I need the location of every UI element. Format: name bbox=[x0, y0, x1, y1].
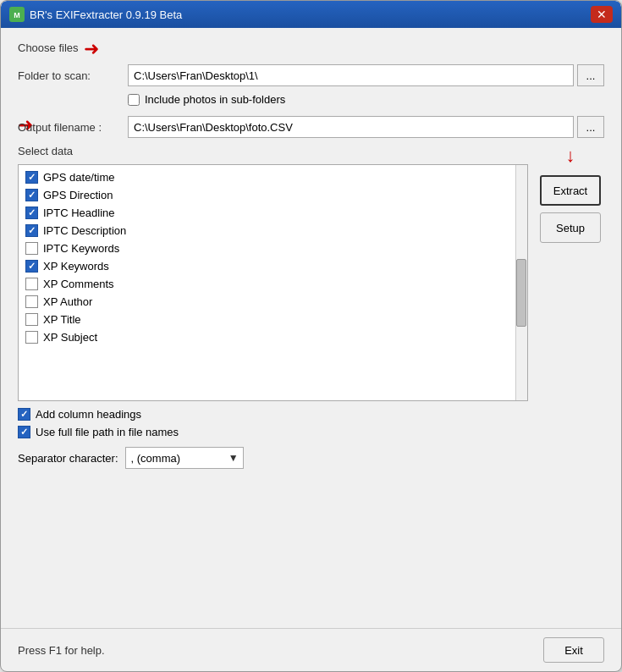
arrow-choose-icon: ➜ bbox=[84, 38, 99, 60]
main-window: M BR's EXIFextracter 0.9.19 Beta ✕ Choos… bbox=[0, 0, 622, 672]
item-label-xp-author: XP Author bbox=[43, 295, 92, 308]
separator-select-wrapper: , (comma) ; (semicolon) tab ▼ bbox=[125, 447, 244, 469]
separator-label: Separator character: bbox=[18, 452, 118, 465]
choose-files-label: Choose files bbox=[18, 41, 79, 54]
checkbox-gps-direction[interactable] bbox=[25, 189, 38, 201]
folder-input[interactable] bbox=[128, 64, 574, 86]
item-label-xp-title: XP Title bbox=[43, 313, 81, 326]
help-text: Press F1 for help. bbox=[18, 644, 105, 657]
separator-select[interactable]: , (comma) ; (semicolon) tab bbox=[125, 447, 244, 469]
checkbox-xp-keywords[interactable] bbox=[25, 260, 38, 273]
checkbox-gps-datetime[interactable] bbox=[25, 171, 38, 184]
separator-row: Separator character: , (comma) ; (semico… bbox=[18, 447, 528, 469]
list-item[interactable]: GPS date/time bbox=[19, 168, 527, 186]
list-item[interactable]: GPS Direction bbox=[19, 186, 527, 204]
add-columns-label: Add column headings bbox=[36, 408, 141, 421]
item-label-gps-datetime: GPS date/time bbox=[43, 171, 115, 184]
item-label-iptc-keywords: IPTC Keywords bbox=[43, 242, 119, 255]
extract-button[interactable]: Extract bbox=[540, 175, 601, 206]
subfolder-checkbox[interactable] bbox=[128, 94, 140, 106]
checkbox-add-columns[interactable] bbox=[18, 408, 30, 421]
options-area: Add column headings Use full file path i… bbox=[18, 408, 528, 469]
list-item[interactable]: XP Title bbox=[19, 311, 527, 328]
list-item[interactable]: IPTC Description bbox=[19, 222, 527, 240]
arrow-extract-icon: ↓ bbox=[566, 145, 575, 167]
select-data-label: Select data bbox=[18, 145, 73, 157]
item-label-xp-keywords: XP Keywords bbox=[43, 260, 109, 273]
checkbox-full-path[interactable] bbox=[18, 426, 30, 438]
checkbox-xp-comments[interactable] bbox=[25, 278, 38, 290]
item-label-xp-subject: XP Subject bbox=[43, 331, 97, 344]
item-label-gps-direction: GPS Direction bbox=[43, 189, 113, 201]
checkbox-iptc-headline[interactable] bbox=[25, 207, 38, 219]
setup-button[interactable]: Setup bbox=[540, 212, 601, 243]
list-item[interactable]: IPTC Keywords bbox=[19, 240, 527, 257]
folder-label: Folder to scan: bbox=[18, 69, 128, 82]
list-item[interactable]: XP Subject bbox=[19, 328, 527, 346]
checklist-box: GPS date/time GPS Direction IPTC Headlin… bbox=[18, 164, 528, 401]
right-panel: ↓ Extract Setup bbox=[537, 145, 604, 614]
full-path-label: Use full file path in file names bbox=[36, 426, 179, 438]
output-label: Output filename : bbox=[18, 121, 128, 134]
output-input[interactable] bbox=[128, 116, 574, 138]
checkbox-iptc-keywords[interactable] bbox=[25, 242, 38, 255]
scrollbar-thumb[interactable] bbox=[516, 259, 526, 327]
list-item[interactable]: XP Comments bbox=[19, 275, 527, 293]
subfolder-label: Include photos in sub-folders bbox=[145, 93, 285, 106]
scrollbar-track bbox=[515, 165, 527, 400]
full-path-row: Use full file path in file names bbox=[18, 426, 528, 438]
title-bar: M BR's EXIFextracter 0.9.19 Beta ✕ bbox=[1, 1, 621, 28]
checkbox-xp-author[interactable] bbox=[25, 295, 38, 308]
list-item[interactable]: XP Keywords bbox=[19, 257, 527, 275]
app-icon: M bbox=[9, 7, 25, 22]
add-column-row: Add column headings bbox=[18, 408, 528, 421]
window-title: BR's EXIFextracter 0.9.19 Beta bbox=[30, 8, 182, 21]
checkbox-xp-title[interactable] bbox=[25, 313, 38, 326]
output-row: Output filename : ... bbox=[18, 116, 604, 138]
folder-browse-button[interactable]: ... bbox=[577, 64, 604, 86]
title-bar-left: M BR's EXIFextracter 0.9.19 Beta bbox=[9, 7, 182, 22]
item-label-iptc-headline: IPTC Headline bbox=[43, 207, 115, 219]
footer: Press F1 for help. Exit bbox=[1, 628, 621, 671]
choose-files-section: Choose files ➜ bbox=[18, 41, 604, 61]
folder-row: Folder to scan: ... bbox=[18, 64, 604, 86]
left-panel: Select data GPS date/time GPS Direction bbox=[18, 145, 528, 614]
item-label-iptc-description: IPTC Description bbox=[43, 224, 126, 237]
exit-button[interactable]: Exit bbox=[543, 637, 604, 663]
list-item[interactable]: IPTC Headline bbox=[19, 204, 527, 222]
list-item[interactable]: XP Author bbox=[19, 293, 527, 311]
main-area: Select data GPS date/time GPS Direction bbox=[18, 145, 604, 614]
checkbox-iptc-description[interactable] bbox=[25, 224, 38, 237]
content-area: Choose files ➜ Folder to scan: ... Inclu… bbox=[1, 28, 621, 628]
close-button[interactable]: ✕ bbox=[591, 6, 613, 23]
item-label-xp-comments: XP Comments bbox=[43, 278, 114, 290]
subfolder-row: Include photos in sub-folders bbox=[128, 93, 604, 106]
select-data-row: Select data bbox=[18, 145, 528, 161]
arrow-extract-container: ↓ bbox=[566, 145, 575, 167]
svg-text:M: M bbox=[14, 11, 20, 19]
output-browse-button[interactable]: ... bbox=[577, 116, 604, 138]
checkbox-xp-subject[interactable] bbox=[25, 331, 38, 344]
